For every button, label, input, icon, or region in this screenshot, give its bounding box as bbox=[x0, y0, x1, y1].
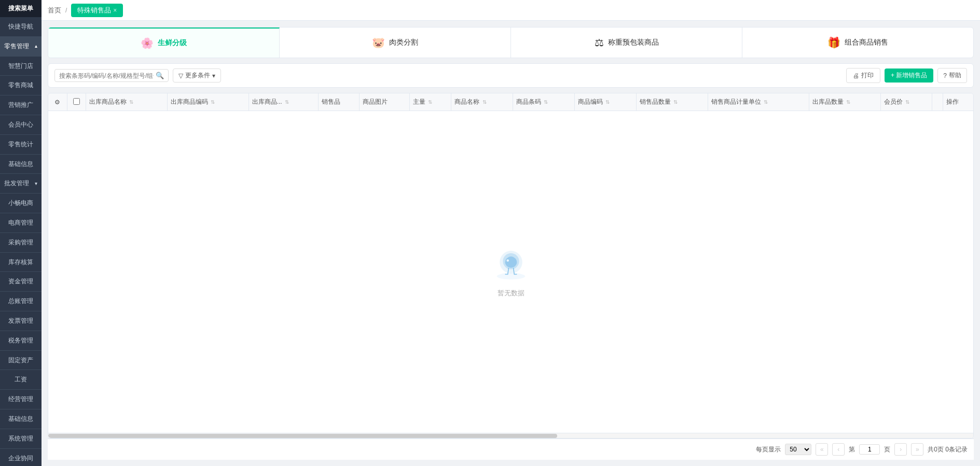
per-page-label: 每页显示 bbox=[756, 445, 781, 454]
sort-icon[interactable]: ⇅ bbox=[428, 99, 432, 105]
sort-icon[interactable]: ⇅ bbox=[846, 99, 850, 105]
sidebar-label: 电商管理 bbox=[8, 218, 33, 227]
sort-icon[interactable]: ⇅ bbox=[905, 99, 909, 105]
sidebar-label: 系统管理 bbox=[8, 434, 33, 443]
tab-combo-sales-label: 组合商品销售 bbox=[845, 38, 888, 47]
active-tab[interactable]: 特殊销售品 × bbox=[71, 4, 123, 17]
th-product-img-label: 商品图片 bbox=[363, 98, 388, 105]
sort-icon[interactable]: ⇅ bbox=[764, 99, 768, 105]
next-page-button[interactable]: › bbox=[894, 443, 907, 456]
th-product-img: 商品图片 bbox=[359, 93, 409, 111]
sidebar-logo[interactable]: 搜索菜单 bbox=[0, 0, 42, 17]
th-out-unit-label: 出库商品... bbox=[252, 98, 282, 105]
th-out-code: 出库商品编码 ⇅ bbox=[167, 93, 249, 111]
tab-label: 特殊销售品 bbox=[77, 6, 111, 15]
sidebar-item-fixed-asset[interactable]: 固定资产 bbox=[0, 351, 42, 371]
tab-fresh-grading[interactable]: 🌸 生鲜分级 bbox=[48, 28, 280, 58]
page-label: 第 bbox=[849, 445, 855, 454]
per-page-select[interactable]: 50 10 20 100 bbox=[785, 444, 811, 455]
scroll-thumb[interactable] bbox=[48, 434, 557, 438]
sort-icon[interactable]: ⇅ bbox=[285, 99, 289, 105]
sidebar-item-basic-info2[interactable]: 基础信息 bbox=[0, 409, 42, 429]
sidebar-label: 经营管理 bbox=[8, 395, 33, 404]
sidebar-item-smart-store[interactable]: 智慧门店 bbox=[0, 57, 42, 76]
chevron-icon: ▴ bbox=[35, 43, 37, 50]
sort-icon[interactable]: ⇅ bbox=[211, 99, 215, 105]
sidebar-item-basic-info[interactable]: 基础信息 bbox=[0, 155, 42, 174]
toolbar: 🔍 ▽ 更多条件 ▾ 🖨 打印 + 新增销售品 ? 帮助 bbox=[48, 63, 974, 88]
th-gear[interactable]: ⚙ bbox=[48, 93, 67, 111]
th-member-price-label: 会员价 bbox=[884, 98, 903, 105]
sidebar-item-general-mgmt[interactable]: 总账管理 bbox=[0, 292, 42, 311]
tab-close-button[interactable]: × bbox=[113, 7, 117, 14]
sidebar-label: 小畅电商 bbox=[8, 199, 33, 208]
page-input[interactable] bbox=[859, 444, 880, 455]
print-button[interactable]: 🖨 打印 bbox=[846, 68, 880, 83]
last-page-button[interactable]: » bbox=[911, 443, 923, 456]
main-area: 首页 / 特殊销售品 × 🌸 生鲜分级 🐷 肉类分割 ⚖ 称重预包装商品 🎁 bbox=[42, 0, 980, 466]
sort-icon[interactable]: ⇅ bbox=[605, 99, 610, 105]
sort-icon[interactable]: ⇅ bbox=[544, 99, 548, 105]
first-page-button[interactable]: « bbox=[816, 443, 828, 456]
sidebar-item-retail-mall[interactable]: 零售商城 bbox=[0, 76, 42, 95]
print-icon: 🖨 bbox=[853, 72, 859, 79]
sidebar-item-invoice-mgmt[interactable]: 发票管理 bbox=[0, 311, 42, 331]
sidebar-item-retail-stats[interactable]: 零售统计 bbox=[0, 135, 42, 155]
svg-point-0 bbox=[496, 273, 524, 279]
sidebar-label: 税务管理 bbox=[8, 336, 33, 345]
sort-icon[interactable]: ⇅ bbox=[129, 99, 133, 105]
sidebar-item-payroll[interactable]: 工资 bbox=[0, 370, 42, 390]
sort-icon[interactable]: ⇅ bbox=[482, 99, 487, 105]
th-checkbox[interactable] bbox=[67, 93, 86, 111]
meat-cutting-icon: 🐷 bbox=[372, 36, 385, 49]
sidebar-item-enterprise-agreement[interactable]: 企业协同 bbox=[0, 449, 42, 466]
sidebar-item-tax-mgmt[interactable]: 税务管理 bbox=[0, 331, 42, 351]
sidebar-item-member-center[interactable]: 会员中心 bbox=[0, 115, 42, 135]
sidebar-item-quick-nav[interactable]: 快捷导航 bbox=[0, 17, 42, 37]
help-label: 帮助 bbox=[949, 71, 961, 80]
sidebar-item-batch-mgmt[interactable]: 批发管理 ▾ bbox=[0, 174, 42, 194]
sidebar-label: 采购管理 bbox=[8, 238, 33, 247]
th-product-code: 商品编码 ⇅ bbox=[574, 93, 636, 111]
horizontal-scrollbar[interactable] bbox=[48, 433, 973, 438]
th-product-name-label: 商品名称 bbox=[454, 98, 479, 105]
sidebar-label: 会员中心 bbox=[8, 120, 33, 129]
th-member-price: 会员价 ⇅ bbox=[880, 93, 932, 111]
table-container: ⚙ 出库商品名称 ⇅ 出库商品编码 ⇅ 出库商品... ⇅ bbox=[48, 93, 974, 438]
topbar: 首页 / 特殊销售品 × bbox=[42, 0, 980, 21]
tab-combo-sales[interactable]: 🎁 组合商品销售 bbox=[742, 28, 973, 58]
help-button[interactable]: ? 帮助 bbox=[937, 68, 967, 83]
sidebar-item-mini-ecom[interactable]: 小畅电商 bbox=[0, 194, 42, 213]
sidebar-item-operation-mgmt[interactable]: 经营管理 bbox=[0, 390, 42, 409]
tab-weight-prepack[interactable]: ⚖ 称重预包装商品 bbox=[511, 28, 742, 58]
add-button[interactable]: + 新增销售品 bbox=[885, 68, 933, 83]
sidebar-label: 工资 bbox=[15, 375, 27, 384]
select-all-checkbox[interactable] bbox=[73, 98, 80, 105]
sidebar-label: 快捷导航 bbox=[8, 22, 33, 31]
sidebar: 搜索菜单 快捷导航 零售管理 ▴ 智慧门店 零售商城 营销推广 会员中心 零售统… bbox=[0, 0, 42, 466]
sidebar-item-ecom-mgmt[interactable]: 电商管理 bbox=[0, 213, 42, 233]
tab-weight-prepack-label: 称重预包装商品 bbox=[608, 38, 659, 47]
sidebar-item-capital-mgmt[interactable]: 资金管理 bbox=[0, 272, 42, 292]
tab-meat-cutting[interactable]: 🐷 肉类分割 bbox=[280, 28, 511, 58]
search-input[interactable] bbox=[59, 72, 154, 79]
sidebar-label: 库存核算 bbox=[8, 258, 33, 267]
help-icon: ? bbox=[943, 72, 947, 79]
sort-icon[interactable]: ⇅ bbox=[673, 99, 678, 105]
search-box[interactable]: 🔍 bbox=[54, 69, 169, 82]
filter-button[interactable]: ▽ 更多条件 ▾ bbox=[173, 68, 221, 83]
tab-fresh-grading-label: 生鲜分级 bbox=[158, 38, 187, 48]
sidebar-item-stock-check[interactable]: 库存核算 bbox=[0, 253, 42, 272]
sidebar-item-retail-mgmt[interactable]: 零售管理 ▴ bbox=[0, 37, 42, 57]
breadcrumb-home[interactable]: 首页 bbox=[48, 6, 61, 15]
sidebar-item-purchase-mgmt[interactable]: 采购管理 bbox=[0, 233, 42, 253]
prev-page-button[interactable]: ‹ bbox=[832, 443, 845, 456]
sidebar-item-system-mgmt[interactable]: 系统管理 bbox=[0, 429, 42, 449]
th-out-qty: 出库品数量 ⇅ bbox=[809, 93, 880, 111]
th-out-unit: 出库商品... ⇅ bbox=[249, 93, 319, 111]
breadcrumb-separator: / bbox=[65, 7, 67, 14]
sidebar-label: 智慧门店 bbox=[8, 62, 33, 71]
content-area: 🌸 生鲜分级 🐷 肉类分割 ⚖ 称重预包装商品 🎁 组合商品销售 🔍 bbox=[42, 21, 980, 466]
sidebar-item-sales-promo[interactable]: 营销推广 bbox=[0, 95, 42, 115]
th-sale-unit-label: 销售商品计量单位 bbox=[711, 98, 761, 105]
